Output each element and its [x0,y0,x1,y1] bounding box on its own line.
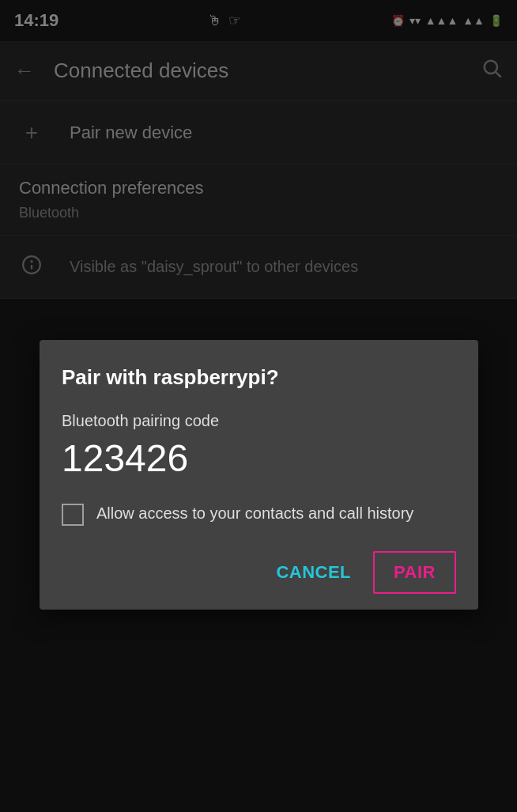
contacts-access-label: Allow access to your contacts and call h… [96,502,413,524]
contacts-access-checkbox[interactable] [62,504,84,526]
pair-button[interactable]: PAIR [373,551,456,594]
dialog-buttons: CANCEL PAIR [62,551,456,594]
cancel-button[interactable]: CANCEL [263,553,364,592]
dialog-checkbox-row: Allow access to your contacts and call h… [62,502,456,526]
pairing-dialog: Pair with raspberrypi? Bluetooth pairing… [40,340,478,610]
dialog-pairing-code: 123426 [62,436,456,480]
dialog-code-label: Bluetooth pairing code [62,412,456,430]
dialog-title: Pair with raspberrypi? [62,365,456,390]
